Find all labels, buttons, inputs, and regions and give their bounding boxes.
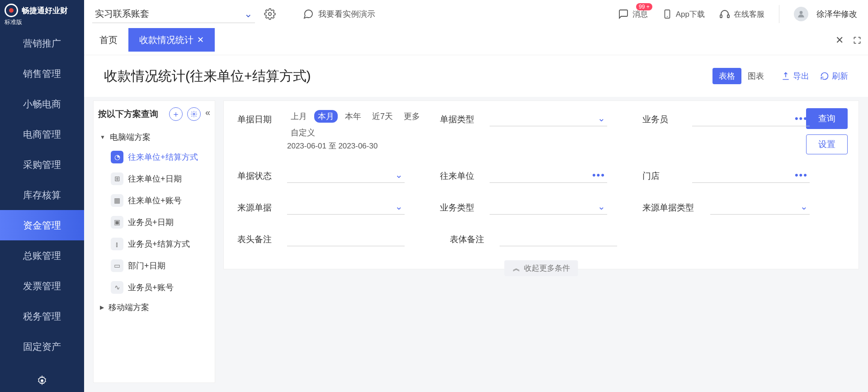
fullscreen-icon[interactable] bbox=[853, 36, 862, 45]
refresh-label: 刷新 bbox=[832, 71, 848, 81]
scheme-item-icon: ▭ bbox=[111, 259, 123, 272]
sidebar-settings-icon[interactable] bbox=[0, 369, 84, 392]
chevron-down-icon: ⌄ bbox=[395, 169, 403, 180]
scheme-item-1[interactable]: ⊞往来单位+日期 bbox=[98, 168, 210, 190]
src-bill-select[interactable]: ⌄ bbox=[287, 198, 405, 215]
user-name: 徐泽华修改 bbox=[816, 9, 857, 19]
scheme-item-5[interactable]: ▭部门+日期 bbox=[98, 255, 210, 277]
view-segmented: 表格 图表 bbox=[712, 68, 770, 84]
sidebar-item-6[interactable]: 资金管理 bbox=[0, 210, 84, 240]
label-biz-type: 业务类型 bbox=[440, 198, 490, 214]
tree-group-mobile-label: 移动端方案 bbox=[108, 302, 149, 313]
sidebar-item-7[interactable]: 总账管理 bbox=[0, 240, 84, 271]
chevron-down-icon: ⌄ bbox=[598, 201, 605, 212]
messages-badge: 99 + bbox=[636, 3, 652, 10]
scheme-item-icon: ▣ bbox=[111, 216, 123, 229]
scheme-item-4[interactable]: ⫿业务员+结算方式 bbox=[98, 233, 210, 255]
date-pill-2[interactable]: 本年 bbox=[341, 110, 365, 123]
date-range: 2023-06-01 至 2023-06-30 bbox=[287, 141, 440, 151]
date-pill-5[interactable]: 自定义 bbox=[287, 126, 319, 139]
main-area: 按以下方案查询 ＋ « ▼ 电脑端方案 ◔往来单位+结算方式⊞往来单位+日期▦往… bbox=[84, 97, 868, 392]
sidebar-item-5[interactable]: 库存核算 bbox=[0, 180, 84, 210]
label-src-bill-type: 来源单据类型 bbox=[642, 198, 710, 214]
sales-select[interactable]: ••• bbox=[692, 110, 810, 126]
demo-link[interactable]: 我要看实例演示 bbox=[303, 9, 375, 19]
scheme-item-icon: ⊞ bbox=[111, 172, 123, 185]
brand-block: 畅捷通好业财 标准版 bbox=[0, 0, 84, 28]
scheme-item-icon: ▦ bbox=[111, 194, 123, 207]
scheme-item-label: 部门+日期 bbox=[128, 260, 165, 271]
title-bar: 收款情况统计(往来单位+结算方式) 表格 图表 导出 刷新 bbox=[84, 55, 868, 97]
sidebar-item-4[interactable]: 采购管理 bbox=[0, 149, 84, 180]
refresh-icon bbox=[820, 72, 829, 81]
sidebar: 营销推广销售管理小畅电商电商管理采购管理库存核算资金管理总账管理发票管理税务管理… bbox=[0, 28, 84, 392]
sidebar-item-0[interactable]: 营销推广 bbox=[0, 28, 84, 58]
settings-button[interactable]: 设置 bbox=[806, 134, 848, 154]
head-note-input[interactable] bbox=[287, 230, 405, 246]
view-chart[interactable]: 图表 bbox=[741, 68, 770, 84]
sidebar-item-9[interactable]: 税务管理 bbox=[0, 301, 84, 331]
tree-group-desktop[interactable]: ▼ 电脑端方案 bbox=[98, 128, 210, 146]
view-table[interactable]: 表格 bbox=[712, 68, 741, 84]
scheme-item-icon: ◔ bbox=[111, 151, 123, 163]
tab-home[interactable]: 首页 bbox=[89, 28, 128, 52]
brand-name: 畅捷通好业财 bbox=[22, 5, 68, 16]
tree-group-mobile[interactable]: ▶ 移动端方案 bbox=[98, 298, 210, 316]
message-icon bbox=[618, 9, 629, 19]
label-head-note: 表头备注 bbox=[237, 230, 287, 245]
refresh-link[interactable]: 刷新 bbox=[820, 71, 848, 81]
account-dropdown[interactable]: 实习联系账套 ⌄ bbox=[92, 5, 255, 23]
sidebar-item-2[interactable]: 小畅电商 bbox=[0, 89, 84, 119]
date-pill-1[interactable]: 本月 bbox=[314, 110, 338, 123]
chat-icon bbox=[303, 9, 314, 19]
date-pills: 上月本月本年近7天更多自定义 bbox=[287, 110, 440, 139]
bill-type-select[interactable]: ⌄ bbox=[490, 110, 607, 126]
support-label: 在线客服 bbox=[734, 9, 764, 19]
tabstrip: 首页 收款情况统计 ✕ ✕ bbox=[84, 28, 868, 55]
date-pill-4[interactable]: 更多 bbox=[400, 110, 424, 123]
body-note-input[interactable] bbox=[500, 230, 617, 246]
tabstrip-close-icon[interactable]: ✕ bbox=[835, 34, 844, 46]
brand-edition: 标准版 bbox=[5, 18, 22, 26]
label-bill-type: 单据类型 bbox=[440, 110, 490, 125]
label-vendor: 往来单位 bbox=[440, 167, 490, 182]
scheme-settings-button[interactable] bbox=[187, 107, 201, 121]
scheme-item-label: 业务员+结算方式 bbox=[128, 239, 190, 249]
close-icon[interactable]: ✕ bbox=[197, 35, 204, 45]
query-button[interactable]: 查询 bbox=[806, 108, 848, 129]
scheme-item-3[interactable]: ▣业务员+日期 bbox=[98, 211, 210, 233]
date-pill-0[interactable]: 上月 bbox=[287, 110, 311, 123]
svg-rect-4 bbox=[727, 15, 729, 18]
svg-rect-1 bbox=[665, 10, 670, 18]
export-link[interactable]: 导出 bbox=[781, 71, 809, 81]
label-body-note: 表体备注 bbox=[450, 230, 500, 245]
phone-icon bbox=[662, 9, 672, 19]
tab-active[interactable]: 收款情况统计 ✕ bbox=[128, 28, 215, 52]
scheme-item-6[interactable]: ∿业务员+账号 bbox=[98, 277, 210, 298]
scheme-item-0[interactable]: ◔往来单位+结算方式 bbox=[98, 146, 210, 168]
account-settings-icon[interactable] bbox=[264, 8, 276, 20]
biz-type-select[interactable]: ⌄ bbox=[490, 198, 607, 215]
src-bill-type-select[interactable]: ⌄ bbox=[710, 198, 810, 215]
scheme-item-label: 业务员+日期 bbox=[128, 217, 174, 228]
filter-panel: 查询 设置 单据日期 上月本月本年近7天更多自定义 2023-06-01 至 2… bbox=[223, 100, 859, 269]
vendor-select[interactable]: ••• bbox=[490, 167, 607, 183]
scheme-item-2[interactable]: ▦往来单位+账号 bbox=[98, 190, 210, 211]
collapse-filters-button[interactable]: ︽ 收起更多条件 bbox=[505, 260, 578, 276]
sidebar-item-10[interactable]: 固定资产 bbox=[0, 331, 84, 362]
app-download-link[interactable]: App下载 bbox=[662, 9, 705, 19]
date-pill-3[interactable]: 近7天 bbox=[368, 110, 396, 123]
sidebar-item-3[interactable]: 电商管理 bbox=[0, 119, 84, 149]
store-select[interactable]: ••• bbox=[692, 167, 810, 183]
collapse-panel-icon[interactable]: « bbox=[205, 107, 210, 121]
bill-status-select[interactable]: ⌄ bbox=[287, 167, 405, 183]
sidebar-item-8[interactable]: 发票管理 bbox=[0, 271, 84, 301]
more-icon: ••• bbox=[592, 169, 605, 181]
label-sales: 业务员 bbox=[642, 110, 692, 125]
sidebar-item-1[interactable]: 销售管理 bbox=[0, 58, 84, 89]
add-scheme-button[interactable]: ＋ bbox=[169, 107, 183, 121]
messages-link[interactable]: 消息 99 + bbox=[618, 9, 648, 19]
support-link[interactable]: 在线客服 bbox=[719, 9, 764, 19]
user-menu[interactable]: 徐泽华修改 bbox=[794, 7, 857, 21]
tree-group-desktop-label: 电脑端方案 bbox=[110, 132, 151, 143]
